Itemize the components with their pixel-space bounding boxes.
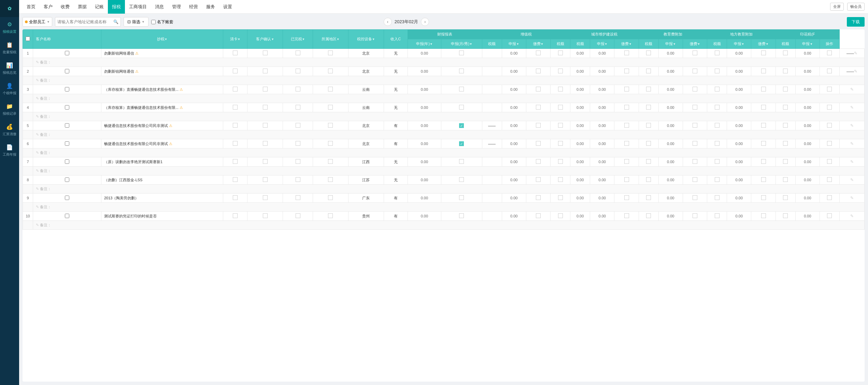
- yh-apply-checkbox[interactable]: [827, 159, 832, 164]
- zzs-pay-checkbox[interactable]: [558, 141, 563, 146]
- df-apply-checkbox[interactable]: [761, 105, 766, 110]
- zzs-apply-checkbox[interactable]: [536, 69, 541, 73]
- jy-apply-checkbox[interactable]: [693, 51, 697, 55]
- row-checkbox[interactable]: [65, 51, 69, 55]
- df-pay-checkbox[interactable]: [783, 123, 788, 128]
- nav-accounting[interactable]: 记账: [91, 0, 108, 14]
- sidebar-item-jilu[interactable]: 📁 报税记录: [0, 99, 19, 119]
- caibao-year-checkbox[interactable]: [459, 87, 464, 91]
- qingka-checkbox[interactable]: [263, 159, 268, 164]
- cs-apply-checkbox[interactable]: [624, 69, 629, 73]
- paid-checkbox[interactable]: [328, 159, 333, 164]
- jy-pay-checkbox[interactable]: [715, 51, 720, 55]
- row-checkbox[interactable]: [65, 214, 69, 218]
- select-all-checkbox[interactable]: [26, 37, 30, 41]
- caibao-year-checkbox[interactable]: [459, 69, 464, 73]
- caibao-year-checkbox[interactable]: [459, 195, 464, 200]
- jy-pay-checkbox[interactable]: [715, 123, 720, 128]
- sidebar-item-gongshangnian[interactable]: 📄 工商年报: [0, 140, 19, 160]
- note-pencil-icon[interactable]: ✎: [36, 169, 39, 173]
- df-apply-checkbox[interactable]: [761, 213, 766, 218]
- zzs-pay-checkbox[interactable]: [558, 213, 563, 218]
- zzs-apply-checkbox[interactable]: [536, 141, 541, 146]
- df-pay-checkbox[interactable]: [783, 177, 788, 182]
- caibao-year-checkbox[interactable]: [459, 159, 464, 164]
- note-pencil-icon[interactable]: ✎: [36, 132, 39, 137]
- cs-apply-checkbox[interactable]: [624, 87, 629, 91]
- qingka-checkbox[interactable]: [263, 87, 268, 91]
- nav-services[interactable]: 服务: [202, 0, 219, 14]
- df-apply-checkbox[interactable]: [761, 69, 766, 73]
- confirm-checkbox[interactable]: [296, 213, 300, 218]
- cs-apply-checkbox[interactable]: [624, 159, 629, 164]
- name-list-checkbox[interactable]: 名下账套: [151, 19, 173, 25]
- cs-apply-checkbox[interactable]: [624, 105, 629, 110]
- chaoshui-checkbox[interactable]: [233, 69, 238, 73]
- zzs-pay-checkbox[interactable]: [558, 123, 563, 128]
- chaoshui-checkbox[interactable]: [233, 213, 238, 218]
- jy-pay-checkbox[interactable]: [715, 141, 720, 146]
- cs-pay-checkbox[interactable]: [646, 159, 651, 164]
- zzs-apply-checkbox[interactable]: [536, 123, 541, 128]
- paid-checkbox[interactable]: [328, 105, 333, 110]
- confirm-checkbox[interactable]: [296, 159, 300, 164]
- member-button[interactable]: 畅会员: [847, 3, 865, 11]
- cs-pay-checkbox[interactable]: [646, 195, 651, 200]
- jy-pay-checkbox[interactable]: [715, 213, 720, 218]
- zzs-pay-checkbox[interactable]: [558, 87, 563, 91]
- qingka-checkbox[interactable]: [263, 69, 268, 73]
- row-checkbox[interactable]: [65, 87, 69, 91]
- paid-checkbox[interactable]: [328, 87, 333, 91]
- paid-checkbox[interactable]: [328, 69, 333, 73]
- chaoshui-checkbox[interactable]: [233, 87, 238, 91]
- jy-apply-checkbox[interactable]: [693, 123, 697, 128]
- qingka-checkbox[interactable]: [263, 177, 268, 182]
- prev-page-button[interactable]: ‹: [384, 18, 392, 26]
- cs-pay-checkbox[interactable]: [646, 51, 651, 55]
- nav-business[interactable]: 工商项目: [125, 0, 151, 14]
- note-pencil-icon[interactable]: ✎: [36, 78, 39, 82]
- df-apply-checkbox[interactable]: [761, 123, 766, 128]
- jy-pay-checkbox[interactable]: [715, 105, 720, 110]
- fullscreen-button[interactable]: 全屏: [830, 3, 844, 11]
- row-checkbox[interactable]: [65, 159, 69, 164]
- download-button[interactable]: 下载: [847, 17, 865, 27]
- paid-checkbox[interactable]: [328, 213, 333, 218]
- cs-pay-checkbox[interactable]: [646, 105, 651, 110]
- nav-messages[interactable]: 消息: [151, 0, 168, 14]
- zzs-apply-checkbox[interactable]: [536, 87, 541, 91]
- row-checkbox[interactable]: [65, 69, 69, 73]
- search-input[interactable]: [57, 19, 112, 24]
- df-apply-checkbox[interactable]: [761, 51, 766, 55]
- df-pay-checkbox[interactable]: [783, 213, 788, 218]
- chaoshui-checkbox[interactable]: [233, 141, 238, 146]
- edit-icon[interactable]: ✎: [850, 87, 854, 92]
- df-apply-checkbox[interactable]: [761, 141, 766, 146]
- paid-checkbox[interactable]: [328, 177, 333, 182]
- yh-apply-checkbox[interactable]: [827, 105, 832, 110]
- row-checkbox[interactable]: [65, 177, 69, 182]
- caibao-year-checkbox[interactable]: [459, 105, 464, 110]
- df-pay-checkbox[interactable]: [783, 195, 788, 200]
- jy-pay-checkbox[interactable]: [715, 87, 720, 91]
- df-pay-checkbox[interactable]: [783, 141, 788, 146]
- df-apply-checkbox[interactable]: [761, 177, 766, 182]
- row-checkbox[interactable]: [65, 141, 69, 146]
- nav-management[interactable]: 管理: [168, 0, 185, 14]
- jy-pay-checkbox[interactable]: [715, 159, 720, 164]
- jy-apply-checkbox[interactable]: [693, 69, 697, 73]
- zzs-pay-checkbox[interactable]: [558, 177, 563, 182]
- sidebar-item-zonglan[interactable]: 📊 报税总览: [0, 58, 19, 79]
- jy-apply-checkbox[interactable]: [693, 213, 697, 218]
- nav-fees[interactable]: 收费: [57, 0, 74, 14]
- jy-apply-checkbox[interactable]: [693, 159, 697, 164]
- df-apply-checkbox[interactable]: [761, 159, 766, 164]
- caibao-year-checkbox[interactable]: [459, 177, 464, 182]
- qingka-checkbox[interactable]: [263, 123, 268, 128]
- chaoshui-checkbox[interactable]: [233, 159, 238, 164]
- edit-icon[interactable]: ✎: [850, 214, 854, 218]
- chaoshui-checkbox[interactable]: [233, 177, 238, 182]
- row-checkbox[interactable]: [65, 123, 69, 128]
- yh-apply-checkbox[interactable]: [827, 213, 832, 218]
- jy-pay-checkbox[interactable]: [715, 177, 720, 182]
